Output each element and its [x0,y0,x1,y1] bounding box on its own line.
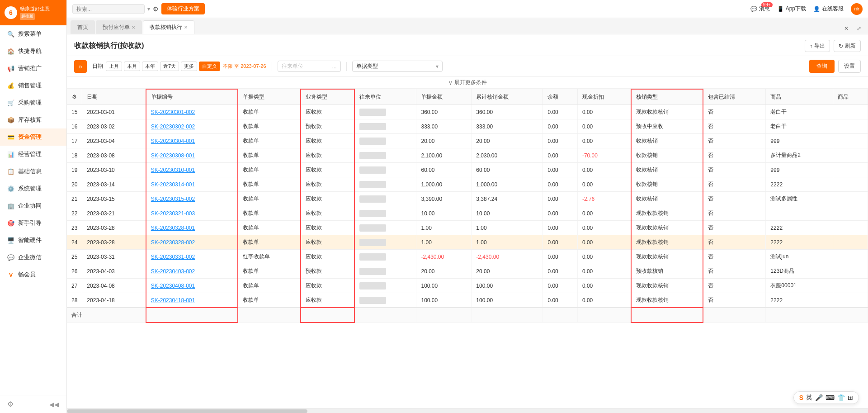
horizontal-scrollbar[interactable] [67,408,868,413]
guide-icon: 🎯 [7,219,14,227]
table-row: 19 2023-03-10 SK-20230310-001 收款单 应收款 ██… [67,163,868,177]
cell-no: 25 [67,250,82,264]
finance-icon: 💳 [7,133,14,141]
sidebar-item-sales[interactable]: 💰 销售管理 [0,77,66,94]
doc-type-label: 单据类型 [356,62,378,70]
doc-no-link[interactable]: SK-20230403-002 [151,268,195,275]
cell-balance: 0.00 [543,192,577,206]
sougou-grid[interactable]: ⊞ [848,394,853,401]
col-settings[interactable]: ⚙ [67,89,82,105]
cell-amount: 60.00 [416,163,472,177]
inventory-icon: 📦 [7,116,14,123]
cell-cash-discount: 0.00 [577,134,631,148]
this-month-button[interactable]: 本月 [124,62,140,71]
sidebar-item-label: 搜索菜单 [18,30,42,38]
last-7-days-button[interactable]: 近7天 [160,62,179,71]
doc-no-link[interactable]: SK-20230321-003 [151,210,195,217]
topbar-search-input[interactable] [72,4,145,14]
sidebar-item-guide[interactable]: 🎯 新手引导 [0,214,66,232]
doc-no-link[interactable]: SK-20230331-002 [151,254,195,260]
cell-include-settled: 否 [703,192,766,206]
more-date-button[interactable]: 更多 [181,62,197,71]
setting-button[interactable]: 设置 [838,60,861,73]
cell-counterpart: ██████ [354,235,416,250]
doc-no-link[interactable]: SK-20230301-002 [151,109,195,115]
cell-product2 [833,192,868,206]
collapse-icon[interactable]: ◀◀ [49,401,59,408]
cell-date: 2023-03-28 [82,235,146,250]
doc-no-link[interactable]: SK-20230310-001 [151,167,195,173]
cell-verify-amount: 10.00 [472,206,543,221]
cell-include-settled: 否 [703,264,766,279]
sidebar-item-label: 基础信息 [18,167,42,176]
doc-no-link[interactable]: SK-20230315-002 [151,196,195,202]
user-avatar[interactable]: Rit [851,3,863,15]
tab-pre-payment[interactable]: 预付应付单 ✕ [96,20,142,34]
custom-date-button[interactable]: 自定义 [199,62,220,71]
last-month-button[interactable]: 上月 [106,62,122,71]
sidebar-item-hardware[interactable]: 🖥️ 智能硬件 [0,232,66,249]
refresh-button[interactable]: ↻ 刷新 [834,40,861,52]
chevron-down-icon[interactable]: ▾ [147,6,150,12]
tab-pre-payment-close[interactable]: ✕ [132,25,135,30]
cell-balance: 0.00 [543,206,577,221]
cell-cash-discount: -70.00 [577,148,631,163]
this-year-button[interactable]: 本年 [142,62,158,71]
topbar-gear-icon[interactable]: ⚙ [153,5,159,13]
expand-more-button[interactable]: ∨ 展开更多条件 [448,79,487,86]
doc-no-link[interactable]: SK-20230408-001 [151,283,195,289]
tab-home[interactable]: 首页 [71,20,95,34]
message-icon: 💬 [750,6,757,12]
sidebar-item-wechat[interactable]: 💬 企业微信 [0,249,66,266]
app-download-button[interactable]: 📱 App下载 [777,5,806,13]
sougou-keyboard[interactable]: ⌨ [826,394,835,401]
scrollbar-thumb[interactable] [67,409,307,413]
query-button[interactable]: 查询 [809,60,835,73]
message-button[interactable]: 💬 消息 99+ [750,5,770,13]
sidebar-item-quicknav[interactable]: 🏠 快捷导航 [0,43,66,60]
doc-no-link[interactable]: SK-20230302-002 [151,123,195,130]
doc-no-link[interactable]: SK-20230328-001 [151,225,195,231]
cell-product: 2222 [766,221,833,235]
sidebar-item-basic[interactable]: 📋 基础信息 [0,163,66,180]
cell-amount: 20.00 [416,134,472,148]
online-service-button[interactable]: 👤 在线客服 [813,5,844,13]
settings-icon[interactable]: ⚙ [7,400,14,408]
sidebar-item-member[interactable]: V 畅会员 [0,266,66,283]
sidebar-item-purchase[interactable]: 🛒 采购管理 [0,94,66,111]
export-button[interactable]: ↑ 导出 [805,40,830,52]
cell-cash-discount: 0.00 [577,163,631,177]
sidebar-item-inventory[interactable]: 📦 库存核算 [0,111,66,128]
tab-receipt-verify-close[interactable]: ✕ [184,25,188,30]
doc-type-filter[interactable]: 单据类型 ▾ [352,61,443,72]
cell-doc-type: 收款单 [238,163,301,177]
cell-include-settled: 否 [703,119,766,134]
cell-counterpart: ██████ [354,148,416,163]
sidebar-item-enterprise[interactable]: 🏢 企业协同 [0,197,66,214]
sidebar-item-marketing[interactable]: 📢 营销推广 [0,60,66,77]
cell-no: 16 [67,119,82,134]
sidebar-item-system[interactable]: ⚙️ 系统管理 [0,180,66,197]
sidebar-bottom: ⚙ ◀◀ [0,395,66,413]
doc-no-link[interactable]: SK-20230304-001 [151,138,195,144]
cell-product: 多计量商品2 [766,148,833,163]
sidebar-item-operations[interactable]: 📊 经营管理 [0,146,66,163]
cell-doc-type: 收款单 [238,206,301,221]
tab-receipt-verify[interactable]: 收款核销执行 ✕ [143,20,194,34]
cell-verify-amount: 3,387.24 [472,192,543,206]
sidebar-item-finance[interactable]: 💳 资金管理 [0,128,66,146]
filter-expand-button[interactable]: » [74,60,87,73]
tab-close-all-button[interactable]: ✕ [841,23,852,34]
doc-no-link[interactable]: SK-20230308-001 [151,152,195,159]
industry-solution-button[interactable]: 体验行业方案 [161,3,205,14]
sougou-shirt[interactable]: 👕 [837,394,845,401]
counterpart-filter[interactable]: 往来单位 ... [278,61,341,72]
doc-no-link[interactable]: SK-20230314-001 [151,181,195,188]
sougou-mic[interactable]: 🎤 [815,394,823,401]
sidebar-item-search[interactable]: 🔍 搜索菜单 [0,25,66,43]
cell-verify-type: 预收款核销 [631,264,703,279]
message-badge: 99+ [761,2,773,7]
doc-no-link[interactable]: SK-20230418-001 [151,297,195,304]
tab-expand-button[interactable]: ⤢ [854,23,864,34]
doc-no-link[interactable]: SK-20230328-002 [151,239,195,246]
